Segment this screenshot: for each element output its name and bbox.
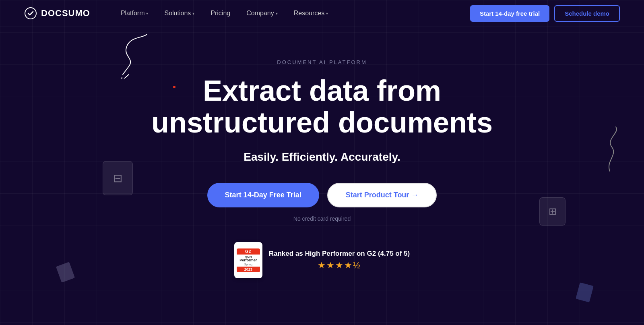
nav-demo-button[interactable]: Schedule demo xyxy=(554,5,620,22)
nav-pricing[interactable]: Pricing xyxy=(204,6,237,20)
logo[interactable]: DOCSUMO xyxy=(24,7,90,20)
g2-high-label: High xyxy=(245,255,252,258)
g2-badge-area: G2 High Performer Spring 2023 Ranked as … xyxy=(234,242,410,278)
hero-tour-button[interactable]: Start Product Tour → xyxy=(327,183,437,207)
no-credit-card-note: No credit card required xyxy=(293,215,351,222)
nav-company[interactable]: Company ▾ xyxy=(240,6,284,20)
g2-red-top: G2 xyxy=(237,248,260,255)
hero-title-line1: Extract data from xyxy=(203,75,441,107)
hero-section: DOCUMENT AI PLATFORM Extract data from u… xyxy=(0,27,644,278)
company-chevron-icon: ▾ xyxy=(276,11,278,16)
g2-performer-label: Performer xyxy=(239,258,257,262)
nav-links: Platform ▾ Solutions ▾ Pricing Company ▾… xyxy=(114,6,470,20)
g2-spring-label: Spring xyxy=(244,263,252,266)
g2-badge-inner: G2 High Performer Spring 2023 xyxy=(234,242,262,278)
g2-badge-body: High Performer Spring xyxy=(239,255,258,267)
g2-ranked-text: Ranked as High Performer on G2 (4.75 of … xyxy=(269,250,410,258)
solutions-chevron-icon: ▾ xyxy=(192,11,194,16)
hero-subtitle: Easily. Efficiently. Accurately. xyxy=(244,151,400,164)
nav-resources[interactable]: Resources ▾ xyxy=(287,6,334,20)
resources-chevron-icon: ▾ xyxy=(326,11,328,16)
g2-stars: ★★★★½ xyxy=(269,260,410,271)
g2-badge: G2 High Performer Spring 2023 xyxy=(234,242,262,278)
platform-chevron-icon: ▾ xyxy=(146,11,148,16)
nav-actions: Start 14-day free trial Schedule demo xyxy=(470,5,620,22)
nav-platform[interactable]: Platform ▾ xyxy=(114,6,155,20)
logo-text: DOCSUMO xyxy=(41,8,90,19)
hero-title-line2: unstructured documents xyxy=(151,106,493,139)
decorative-paper-right xyxy=(576,282,594,302)
svg-point-0 xyxy=(25,8,36,19)
hero-title: Extract data from unstructured documents xyxy=(151,75,493,139)
nav-solutions[interactable]: Solutions ▾ xyxy=(158,6,201,20)
g2-year-label: 2023 xyxy=(237,267,260,272)
hero-eyebrow: DOCUMENT AI PLATFORM xyxy=(277,59,367,65)
logo-icon xyxy=(24,7,37,20)
nav-trial-button[interactable]: Start 14-day free trial xyxy=(470,5,549,22)
hero-trial-button[interactable]: Start 14-Day Free Trial xyxy=(207,183,319,207)
navbar: DOCSUMO Platform ▾ Solutions ▾ Pricing C… xyxy=(0,0,644,27)
hero-buttons: Start 14-Day Free Trial Start Product To… xyxy=(207,183,437,207)
g2-text: Ranked as High Performer on G2 (4.75 of … xyxy=(269,250,410,271)
